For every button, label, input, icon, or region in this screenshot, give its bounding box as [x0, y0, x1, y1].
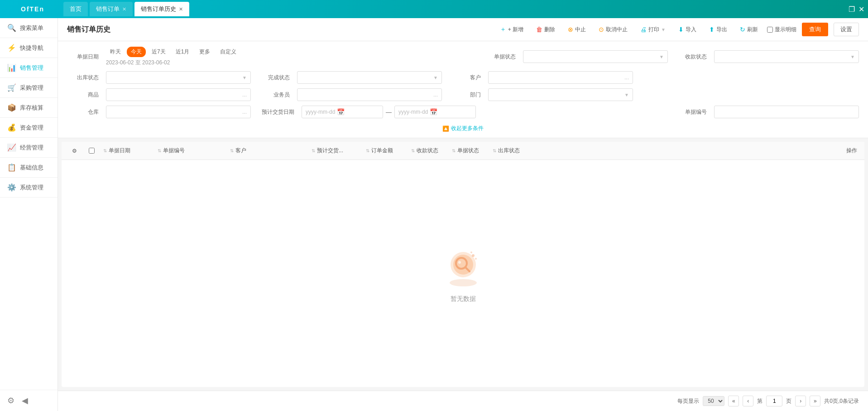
collapse-label: 收起更多条件 [451, 125, 484, 132]
date-btn-7days[interactable]: 近7天 [148, 47, 170, 57]
purchase-mgmt-icon: 🛒 [7, 83, 16, 92]
department-dropdown-icon: ▼ [624, 92, 629, 97]
sidebar-item-system-mgmt[interactable]: ⚙️ 系统管理 [0, 178, 58, 198]
doc-status-label: 单据状态 [484, 53, 516, 61]
department-label: 部门 [449, 91, 481, 99]
last-page-button[interactable]: » [810, 396, 820, 406]
th-warehouse-status[interactable]: ⇅ 出库状态 [489, 147, 534, 155]
customer-input[interactable]: ... [488, 71, 633, 84]
refresh-button[interactable]: ↻ 刷新 [736, 24, 762, 35]
tab-sales-order-history[interactable]: 销售订单历史 ✕ [134, 2, 189, 16]
display-details-checkbox-label[interactable]: 显示明细 [767, 26, 796, 34]
cancel-stop-button[interactable]: ⊙ 取消中止 [595, 24, 631, 35]
date-btn-yesterday[interactable]: 昨天 [106, 47, 125, 57]
sidebar-item-quick-nav[interactable]: ⚡ 快捷导航 [0, 38, 58, 58]
print-button[interactable]: 🖨 打印 ▼ [637, 24, 669, 35]
import-button[interactable]: ⬇ 导入 [675, 24, 700, 35]
doc-status-dropdown-icon: ▼ [659, 54, 664, 59]
th-doc-date[interactable]: ⇅ 单据日期 [100, 147, 154, 155]
completion-status-select[interactable]: ▼ [297, 71, 442, 84]
page-title: 销售订单历史 [67, 25, 110, 39]
calendar-end-icon: 📅 [430, 108, 437, 116]
new-button[interactable]: ＋ + 新增 [496, 24, 527, 35]
collapse-bar[interactable]: 🔼 收起更多条件 [67, 123, 859, 132]
salesperson-input[interactable]: ... [297, 88, 442, 101]
completion-status-dropdown-icon: ▼ [433, 75, 438, 80]
warehouse-status-select[interactable]: ▼ [106, 71, 251, 84]
close-sales-order-tab[interactable]: ✕ [122, 6, 126, 12]
date-range-text: 2023-06-02 至 2023-06-02 [106, 59, 240, 67]
stop-icon: ⊗ [568, 26, 573, 33]
sidebar-item-purchase-mgmt[interactable]: 🛒 采购管理 [0, 78, 58, 98]
salesperson-dots: ... [433, 92, 438, 98]
salesperson-label: 业务员 [258, 91, 290, 99]
sidebar-item-ops-mgmt[interactable]: 📈 经营管理 [0, 138, 58, 158]
product-input[interactable]: ... [106, 88, 251, 101]
toolbar: ＋ + 新增 🗑 删除 ⊗ 中止 ⊙ 取消中止 [496, 23, 859, 41]
sidebar-item-sales-mgmt[interactable]: 📊 销售管理 [0, 58, 58, 78]
sidebar-item-basic-info[interactable]: 📋 基础信息 [0, 158, 58, 178]
th-gear[interactable]: ⚙ [65, 148, 83, 154]
page-label: 页 [786, 397, 791, 405]
customer-label: 客户 [449, 74, 481, 82]
empty-state: 暂无数据 [62, 160, 864, 387]
sidebar-item-search-menu[interactable]: 🔍 搜索菜单 [0, 18, 58, 38]
sidebar-item-fund-mgmt[interactable]: 💰 资金管理 [0, 118, 58, 138]
date-btn-more[interactable]: 更多 [195, 47, 214, 57]
warehouse-input[interactable]: ... [106, 106, 251, 118]
date-btn-today[interactable]: 今天 [127, 47, 146, 57]
print-dropdown-icon: ▼ [661, 27, 666, 32]
th-order-amount[interactable]: ⇅ 订单金额 [362, 147, 408, 155]
calendar-start-icon: 📅 [337, 108, 345, 116]
gear-icon: ⚙ [72, 148, 77, 154]
th-doc-status[interactable]: ⇅ 单据状态 [448, 147, 489, 155]
payment-status-select[interactable]: ▼ [714, 50, 859, 63]
delete-button[interactable]: 🗑 删除 [532, 24, 559, 35]
doc-number-input[interactable] [714, 106, 859, 118]
expected-delivery-start[interactable]: yyyy-mm-dd 📅 [302, 106, 383, 118]
export-button[interactable]: ⬆ 导出 [705, 24, 731, 35]
inventory-check-icon: 📦 [7, 103, 16, 112]
filter-row-4: 仓库 ... 预计交货日期 yyyy-mm-dd 📅 — yyyy-mm-dd [67, 106, 859, 118]
sidebar-item-inventory-check[interactable]: 📦 库存核算 [0, 98, 58, 118]
th-payment-status[interactable]: ⇅ 收款状态 [408, 147, 448, 155]
expected-delivery-end[interactable]: yyyy-mm-dd 📅 [394, 106, 476, 118]
fund-mgmt-icon: 💰 [7, 123, 16, 132]
prev-page-button[interactable]: ‹ [743, 396, 753, 406]
department-select[interactable]: ▼ [488, 88, 633, 101]
display-details-checkbox[interactable] [767, 27, 773, 33]
th-checkbox[interactable] [83, 148, 100, 154]
sidebar-bottom: ⚙ ◀ [0, 390, 58, 411]
close-sales-order-history-tab[interactable]: ✕ [179, 6, 183, 12]
th-customer[interactable]: ⇅ 客户 [226, 147, 308, 155]
doc-status-select[interactable]: ▼ [523, 50, 668, 63]
svg-point-0 [450, 279, 477, 286]
refresh-icon: ↻ [740, 26, 745, 33]
stop-button[interactable]: ⊗ 中止 [564, 24, 590, 35]
close-button[interactable]: ✕ [858, 5, 864, 14]
content-area: 销售订单历史 ＋ + 新增 🗑 删除 ⊗ 中止 ⊙ [58, 18, 868, 411]
tab-sales-order[interactable]: 销售订单 ✕ [90, 2, 133, 16]
pagination-bar: 每页显示 50 « ‹ 第 页 › » 共0页,0条记 [58, 391, 868, 411]
tab-home[interactable]: 首页 [63, 2, 88, 16]
select-all-checkbox[interactable] [89, 148, 95, 154]
page-number-input[interactable] [766, 396, 782, 406]
sidebar-settings-icon[interactable]: ⚙ [7, 396, 14, 406]
th-expected-delivery[interactable]: ⇅ 预计交货... [308, 147, 362, 155]
print-icon: 🖨 [640, 26, 647, 33]
th-doc-no[interactable]: ⇅ 单据编号 [154, 147, 226, 155]
first-page-button[interactable]: « [728, 396, 739, 406]
query-button[interactable]: 查询 [802, 23, 828, 36]
next-page-button[interactable]: › [795, 396, 806, 406]
page-word: 第 [757, 397, 762, 405]
doc-date-label: 单据日期 [67, 53, 99, 61]
sidebar: 🔍 搜索菜单 ⚡ 快捷导航 📊 销售管理 🛒 采购管理 📦 库存核算 💰 [0, 18, 58, 411]
quick-nav-icon: ⚡ [7, 44, 16, 52]
export-icon: ⬆ [709, 26, 715, 33]
sidebar-collapse-icon[interactable]: ◀ [22, 396, 28, 406]
settings-button[interactable]: 设置 [834, 23, 859, 36]
date-btn-1month[interactable]: 近1月 [172, 47, 194, 57]
page-size-select[interactable]: 50 [703, 396, 724, 406]
restore-button[interactable]: ❐ [849, 5, 855, 14]
date-btn-custom[interactable]: 自定义 [216, 47, 240, 57]
